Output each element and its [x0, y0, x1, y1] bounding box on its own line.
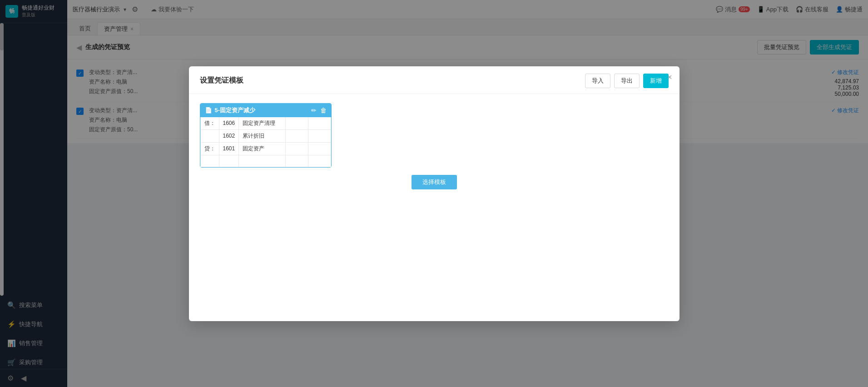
entry-code-3: 1601 — [219, 142, 239, 155]
select-template-button[interactable]: 选择模板 — [412, 175, 457, 189]
edit-template-icon[interactable]: ✏ — [311, 107, 317, 114]
entry-name-3: 固定资产 — [239, 142, 285, 155]
entry-credit-4 — [308, 155, 331, 167]
modal-body: 📄 5-固定资产减少 ✏ 🗑 借： 1606 固 — [189, 94, 680, 321]
template-entries-table: 借： 1606 固定资产清理 1602 累计折旧 — [200, 117, 331, 167]
template-title-text: 5-固定资产减少 — [215, 106, 256, 114]
template-modal: × 设置凭证模板 导入 导出 新增 📄 5-固定资产减少 ✏ — [189, 66, 680, 321]
template-card: 📄 5-固定资产减少 ✏ 🗑 借： 1606 固 — [200, 103, 332, 168]
export-button[interactable]: 导出 — [614, 74, 640, 88]
template-card-body: 借： 1606 固定资产清理 1602 累计折旧 — [200, 117, 331, 167]
entry-code-2: 1602 — [219, 129, 239, 142]
entry-type-1: 借： — [200, 117, 219, 130]
entry-debit-3 — [285, 142, 308, 155]
entry-name-2: 累计折旧 — [239, 129, 285, 142]
new-template-button[interactable]: 新增 — [643, 74, 669, 88]
entry-debit-1 — [285, 117, 308, 130]
modal-header-actions: 导入 导出 新增 — [585, 74, 669, 88]
entry-name-4 — [239, 155, 285, 167]
template-card-title: 📄 5-固定资产减少 — [205, 106, 256, 114]
template-entry-row: 1602 累计折旧 — [200, 129, 331, 142]
entry-code-1: 1606 — [219, 117, 239, 130]
template-entry-row — [200, 155, 331, 167]
template-entry-row: 贷： 1601 固定资产 — [200, 142, 331, 155]
entry-debit-2 — [285, 129, 308, 142]
entry-credit-1 — [308, 117, 331, 130]
modal-overlay: × 设置凭证模板 导入 导出 新增 📄 5-固定资产减少 ✏ — [0, 0, 868, 387]
entry-type-2 — [200, 129, 219, 142]
entry-credit-3 — [308, 142, 331, 155]
modal-title: 设置凭证模板 — [200, 76, 243, 85]
entry-code-4 — [219, 155, 239, 167]
modal-close-button[interactable]: × — [667, 73, 672, 82]
modal-header: 设置凭证模板 导入 导出 新增 — [189, 66, 680, 94]
entry-type-3: 贷： — [200, 142, 219, 155]
entry-credit-2 — [308, 129, 331, 142]
template-card-header: 📄 5-固定资产减少 ✏ 🗑 — [200, 104, 331, 117]
import-button[interactable]: 导入 — [585, 74, 610, 88]
template-entry-row: 借： 1606 固定资产清理 — [200, 117, 331, 130]
delete-template-icon[interactable]: 🗑 — [320, 107, 327, 114]
entry-debit-4 — [285, 155, 308, 167]
entry-name-1: 固定资产清理 — [239, 117, 285, 130]
entry-type-4 — [200, 155, 219, 167]
template-card-actions: ✏ 🗑 — [311, 107, 327, 114]
document-icon: 📄 — [205, 107, 212, 114]
